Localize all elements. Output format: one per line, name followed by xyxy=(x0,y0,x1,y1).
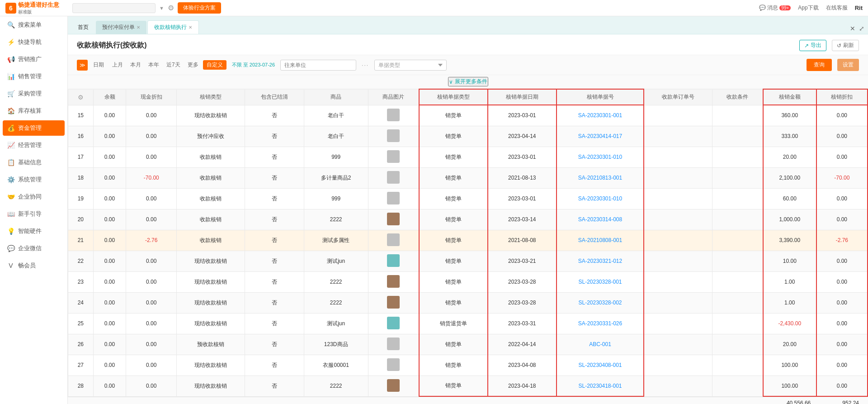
sidebar-item-inventory[interactable]: 🏠 库存核算 xyxy=(0,102,67,119)
cell-bill-no[interactable]: SL-20230328-002 xyxy=(557,292,644,313)
cell-bill-no[interactable]: SL-20230418-001 xyxy=(557,375,644,396)
cell-bill-no[interactable]: SA-20230301-010 xyxy=(557,188,644,209)
cell-product-img xyxy=(368,251,419,271)
cell-bill-no[interactable]: SA-20210813-001 xyxy=(557,167,644,188)
sidebar-item-hardware[interactable]: 💡 智能硬件 xyxy=(0,223,67,240)
cell-bill-type: 销货单 xyxy=(419,126,488,147)
date-btn-7days[interactable]: 近7天 xyxy=(164,60,183,70)
cell-bill-type: 销货单 xyxy=(419,105,488,126)
app-download-action[interactable]: App下载 xyxy=(798,4,818,12)
cell-product: 2222 xyxy=(304,375,368,396)
quicknav-icon: ⚡ xyxy=(7,38,14,46)
tab-expand-icon[interactable]: ⤢ xyxy=(859,25,864,32)
cell-id: 20 xyxy=(68,209,94,230)
sidebar-item-system[interactable]: ⚙️ 系统管理 xyxy=(0,171,67,188)
sidebar-item-finance[interactable]: 💰 资金管理 xyxy=(3,120,65,136)
message-action[interactable]: 💬 消息 99+ xyxy=(759,4,791,12)
settings-icon[interactable]: ⚙ xyxy=(168,4,174,12)
cell-discount: 0.00 xyxy=(816,209,868,230)
date-btn-this-year[interactable]: 本年 xyxy=(146,60,162,70)
cell-discount: 0.00 xyxy=(816,313,868,334)
cell-discount: 0.00 xyxy=(816,105,868,126)
sidebar-item-newguide[interactable]: 📖 新手引导 xyxy=(0,205,67,223)
cell-bill-date: 2023-04-14 xyxy=(488,126,557,147)
user-name[interactable]: Rit xyxy=(855,5,863,11)
export-btn[interactable]: ↗ 导出 xyxy=(799,40,826,51)
cell-bill-no[interactable]: SA-20230321-012 xyxy=(557,251,644,271)
cell-condition xyxy=(712,334,763,355)
cell-product-img xyxy=(368,355,419,375)
cell-discount: 0.00 xyxy=(816,126,868,147)
product-img xyxy=(387,171,400,184)
sidebar-item-basic-info[interactable]: 📋 基础信息 xyxy=(0,154,67,171)
product-img xyxy=(387,317,400,329)
partner-filter-input[interactable] xyxy=(280,60,356,71)
cell-settled: 否 xyxy=(245,355,304,375)
refresh-btn[interactable]: ↺ 刷新 xyxy=(832,40,859,51)
sidebar-item-quicknav[interactable]: ⚡ 快捷导航 xyxy=(0,33,67,51)
tab-home[interactable]: 首页 xyxy=(71,21,95,34)
sidebar-item-sales[interactable]: 📊 销售管理 xyxy=(0,68,67,85)
cell-id: 16 xyxy=(68,126,94,147)
sidebar-item-operation[interactable]: 📈 经营管理 xyxy=(0,137,67,154)
table-row: 20 0.00 0.00 收款核销 否 2222 销货单 2023-03-14 … xyxy=(68,209,868,230)
date-btn-this-month[interactable]: 本月 xyxy=(127,60,144,70)
cell-condition xyxy=(712,126,763,147)
sidebar-item-search[interactable]: 🔍 搜索菜单 xyxy=(0,16,67,33)
gear-col-icon[interactable]: ⚙ xyxy=(78,94,84,101)
cell-type: 现结收款核销 xyxy=(177,355,245,375)
sidebar-item-purchase[interactable]: 🛒 采购管理 xyxy=(0,85,67,102)
industry-btn[interactable]: 体验行业方案 xyxy=(178,2,221,14)
date-btn-last-month[interactable]: 上月 xyxy=(109,60,126,70)
cell-bill-no[interactable]: SL-20230408-001 xyxy=(557,355,644,375)
cell-amount: 60.00 xyxy=(763,188,816,209)
cell-settled: 否 xyxy=(245,271,304,292)
wechat-icon: 💬 xyxy=(7,245,14,252)
cell-bill-date: 2023-03-31 xyxy=(488,313,557,334)
cell-product-img xyxy=(368,126,419,147)
date-filter-label: 日期 xyxy=(93,61,104,69)
cell-type: 收款核销 xyxy=(177,167,245,188)
tab-prepay-close[interactable]: ✕ xyxy=(137,25,140,30)
tab-close-icon[interactable]: ✕ xyxy=(850,25,855,32)
footer-spacer xyxy=(72,400,764,404)
cell-bill-no[interactable]: SL-20230328-001 xyxy=(557,271,644,292)
tab-prepay[interactable]: 预付冲应付单 ✕ xyxy=(96,21,146,34)
date-btn-custom[interactable]: 自定义 xyxy=(203,60,226,70)
cell-bill-no[interactable]: SA-20210808-001 xyxy=(557,230,644,251)
cell-bill-no[interactable]: SA-20230301-001 xyxy=(557,105,644,126)
cell-condition xyxy=(712,313,763,334)
top-search-input[interactable] xyxy=(72,3,156,13)
tab-current-close[interactable]: ✕ xyxy=(189,25,192,30)
sidebar-item-wechat[interactable]: 💬 企业微信 xyxy=(0,240,67,257)
sidebar-item-collab[interactable]: 🤝 企业协同 xyxy=(0,188,67,205)
cell-bill-no[interactable]: SA-20230414-017 xyxy=(557,126,644,147)
bill-type-filter-select[interactable]: 单据类型 xyxy=(374,60,447,71)
cell-cash-discount: 0.00 xyxy=(126,251,177,271)
cell-bill-no[interactable]: SA-20230331-026 xyxy=(557,313,644,334)
cell-bill-no[interactable]: SA-20230314-008 xyxy=(557,209,644,230)
table-row: 17 0.00 0.00 收款核销 否 999 销货单 2023-03-01 S… xyxy=(68,147,868,167)
cell-bill-no[interactable]: SA-20230301-010 xyxy=(557,147,644,167)
col-condition: 收款条件 xyxy=(712,89,763,105)
cell-product-img xyxy=(368,271,419,292)
sidebar-item-member[interactable]: V 畅会员 xyxy=(0,257,67,274)
sidebar-item-marketing[interactable]: 📢 营销推广 xyxy=(0,51,67,68)
cell-discount: 0.00 xyxy=(816,375,868,396)
query-btn[interactable]: 查询 xyxy=(807,59,832,71)
tab-current[interactable]: 收款核销执行 ✕ xyxy=(147,20,199,34)
cell-condition xyxy=(712,271,763,292)
cell-bill-no[interactable]: ABC-001 xyxy=(557,334,644,355)
cell-product: 999 xyxy=(304,147,368,167)
footer-discount: 952.24 xyxy=(838,400,863,404)
filter-expand-btn[interactable]: ≫ xyxy=(77,60,88,71)
dropdown-icon[interactable]: ▼ xyxy=(159,5,164,11)
table-header: ⚙ 余额 现金折扣 核销类型 包含已结清 商品 商品图片 核销单据类型 核销单据… xyxy=(68,89,868,105)
product-img xyxy=(387,275,400,288)
cell-bill-date: 2023-03-28 xyxy=(488,271,557,292)
date-btn-more[interactable]: 更多 xyxy=(185,60,201,70)
online-service-action[interactable]: 在线客服 xyxy=(826,4,848,12)
expand-more-btn[interactable]: ∨ 展开更多条件 xyxy=(448,77,488,86)
cell-id: 23 xyxy=(68,271,94,292)
settings-btn[interactable]: 设置 xyxy=(837,59,859,71)
